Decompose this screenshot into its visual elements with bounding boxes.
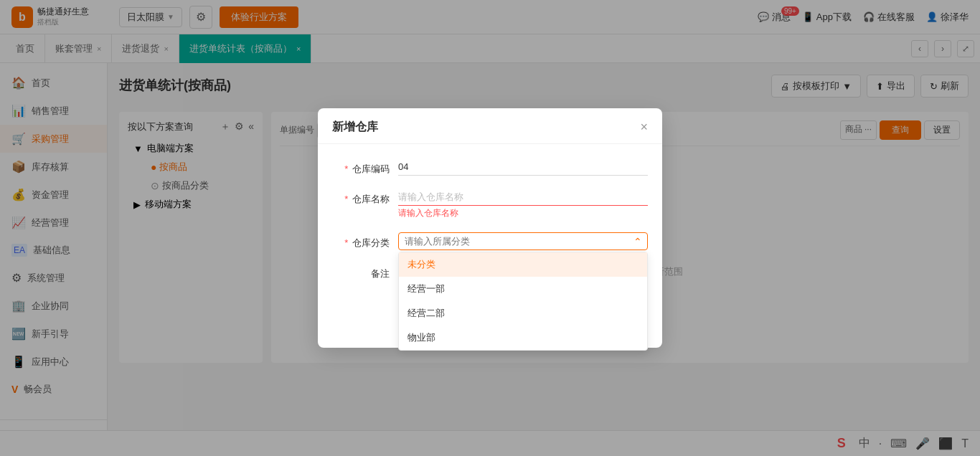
dropdown-item-unclassified-label: 未分类 bbox=[407, 259, 435, 270]
category-arrow-icon[interactable]: ⌃ bbox=[633, 236, 642, 247]
category-input-wrap: ⌃ 未分类 经营一部 经营二部 物业部 bbox=[398, 232, 648, 250]
dropdown-item-dept1[interactable]: 经营一部 bbox=[399, 277, 647, 301]
dropdown-item-unclassified[interactable]: 未分类 bbox=[399, 252, 647, 277]
dropdown-item-dept2-label: 经营二部 bbox=[407, 308, 445, 318]
category-label-text: 仓库分类 bbox=[352, 237, 390, 248]
name-label: * 仓库名称 bbox=[332, 189, 390, 206]
new-warehouse-modal: 新增仓库 × * 仓库编码 * 仓库名称 请输入仓库名称 bbox=[318, 108, 662, 348]
dropdown-item-dept2[interactable]: 经营二部 bbox=[399, 301, 647, 326]
category-label: * 仓库分类 bbox=[332, 232, 390, 250]
code-input[interactable] bbox=[398, 158, 648, 176]
name-required-marker: * bbox=[344, 194, 348, 204]
modal-title: 新增仓库 bbox=[332, 120, 378, 135]
dropdown-item-dept3[interactable]: 物业部 bbox=[399, 326, 647, 350]
code-input-wrap bbox=[398, 158, 648, 176]
note-label-text: 备注 bbox=[371, 268, 390, 279]
form-row-code: * 仓库编码 bbox=[332, 158, 648, 176]
code-required-marker: * bbox=[344, 163, 348, 174]
modal-header: 新增仓库 × bbox=[318, 108, 662, 144]
form-row-name: * 仓库名称 请输入仓库名称 bbox=[332, 189, 648, 219]
dropdown-item-dept1-label: 经营一部 bbox=[407, 283, 445, 294]
form-row-category: * 仓库分类 ⌃ 未分类 经营一部 经营二部 bbox=[332, 232, 648, 250]
name-label-text: 仓库名称 bbox=[352, 194, 390, 204]
modal-body: * 仓库编码 * 仓库名称 请输入仓库名称 * 仓库分类 bbox=[318, 144, 662, 300]
category-input[interactable] bbox=[398, 232, 648, 250]
name-error-msg: 请输入仓库名称 bbox=[398, 207, 648, 219]
category-dropdown: 未分类 经营一部 经营二部 物业部 bbox=[398, 252, 648, 351]
code-label-text: 仓库编码 bbox=[352, 163, 390, 174]
code-label: * 仓库编码 bbox=[332, 158, 390, 176]
modal-close-icon[interactable]: × bbox=[640, 120, 648, 135]
note-label: 备注 bbox=[332, 263, 390, 280]
name-input-wrap: 请输入仓库名称 bbox=[398, 189, 648, 219]
cat-required-marker: * bbox=[344, 237, 348, 248]
dropdown-item-dept3-label: 物业部 bbox=[407, 332, 435, 343]
name-input[interactable] bbox=[398, 189, 648, 206]
